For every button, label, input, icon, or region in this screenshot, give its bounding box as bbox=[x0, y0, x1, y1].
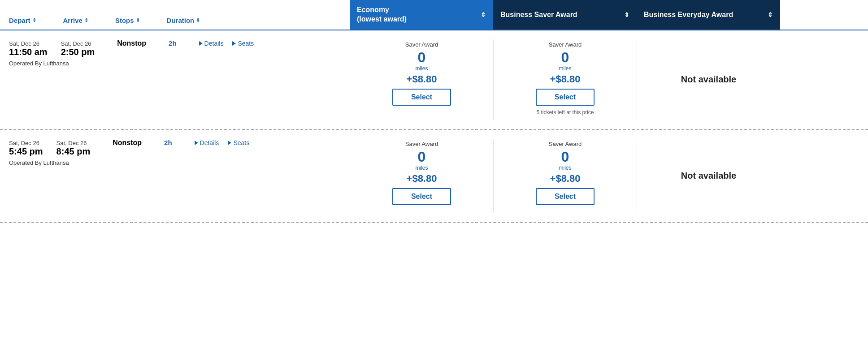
depart-sort-icon: ⇕ bbox=[32, 17, 36, 23]
business-saver-sort-icon[interactable]: ⇕ bbox=[624, 11, 629, 18]
flight-1-depart-date: Sat, Dec 26 bbox=[9, 40, 48, 47]
flight-1-duration: 2h bbox=[169, 39, 177, 47]
flight-1-info: Sat, Dec 26 11:50 am Sat, Dec 26 2:50 pm… bbox=[0, 39, 350, 67]
flight-2-business-saver-cell: Saver Award 0 miles +$8.80 Select bbox=[493, 139, 637, 213]
flight-2-economy-miles: 0 bbox=[418, 149, 426, 165]
flight-1-stops: Nonstop bbox=[117, 39, 146, 47]
flight-2-operated-by: Operated By Lufthansa bbox=[9, 159, 350, 166]
flight-1-bsaver-award-label: Saver Award bbox=[549, 41, 582, 48]
flights-container: Depart ⇕ Arrive ⇕ Stops ⇕ Duration ⇕ Eco… bbox=[0, 0, 868, 343]
flight-2-not-available-text: Not available bbox=[681, 171, 736, 181]
flight-2-economy-award-label: Saver Award bbox=[405, 141, 438, 147]
flight-2-details-arrow-icon bbox=[195, 141, 198, 145]
flight-1-arrive-date: Sat, Dec 26 bbox=[61, 40, 95, 47]
economy-sort-icon[interactable]: ⇕ bbox=[481, 11, 486, 18]
flight-2-award-cells: Saver Award 0 miles +$8.80 Select Saver … bbox=[350, 139, 868, 213]
business-everyday-label: Business Everyday Award bbox=[644, 11, 733, 19]
flight-1-details-link[interactable]: Details bbox=[199, 40, 224, 47]
depart-column-header[interactable]: Depart ⇕ bbox=[9, 17, 36, 26]
flight-2-business-saver-select-button[interactable]: Select bbox=[536, 188, 595, 205]
stops-column-header[interactable]: Stops ⇕ bbox=[115, 17, 140, 26]
flight-2-economy-cell: Saver Award 0 miles +$8.80 Select bbox=[350, 139, 493, 213]
flight-row-2: Sat, Dec 26 5:45 pm Sat, Dec 26 8:45 pm … bbox=[0, 130, 868, 223]
arrive-sort-icon: ⇕ bbox=[84, 17, 88, 23]
flight-2-bsaver-miles-label: miles bbox=[559, 165, 571, 171]
flight-1-economy-cell: Saver Award 0 miles +$8.80 Select bbox=[350, 39, 493, 120]
flight-2-bsaver-miles: 0 bbox=[561, 149, 569, 165]
flight-2-depart-date: Sat, Dec 26 bbox=[9, 140, 43, 146]
duration-column-header[interactable]: Duration ⇕ bbox=[167, 17, 200, 26]
flight-2-seats-arrow-icon bbox=[228, 141, 231, 145]
flight-1-seats-link[interactable]: Seats bbox=[232, 40, 254, 47]
details-arrow-icon bbox=[199, 41, 203, 46]
flight-1-times-row: Sat, Dec 26 11:50 am Sat, Dec 26 2:50 pm… bbox=[9, 39, 350, 57]
flight-1-business-saver-select-button[interactable]: Select bbox=[536, 89, 595, 106]
flight-1-business-saver-cell: Saver Award 0 miles +$8.80 Select 5 tick… bbox=[493, 39, 637, 120]
depart-label: Depart bbox=[9, 17, 30, 24]
flight-1-bsaver-price: +$8.80 bbox=[550, 73, 581, 85]
flight-2-arrive-date: Sat, Dec 26 bbox=[56, 140, 91, 146]
flight-1-award-cells: Saver Award 0 miles +$8.80 Select Saver … bbox=[350, 39, 868, 120]
flight-2-stops: Nonstop bbox=[113, 139, 142, 147]
flight-2-depart-time: 5:45 pm bbox=[9, 146, 43, 157]
flight-2-times-row: Sat, Dec 26 5:45 pm Sat, Dec 26 8:45 pm … bbox=[9, 139, 350, 157]
flight-1-arrive-time: 2:50 pm bbox=[61, 47, 95, 57]
flight-2-info: Sat, Dec 26 5:45 pm Sat, Dec 26 8:45 pm … bbox=[0, 139, 350, 166]
duration-sort-icon: ⇕ bbox=[196, 17, 200, 23]
economy-header-line1: Economy bbox=[357, 5, 407, 15]
flight-2-links: Details Seats bbox=[195, 139, 250, 146]
stops-label: Stops bbox=[115, 17, 134, 24]
flight-1-not-available-text: Not available bbox=[681, 74, 736, 85]
duration-label: Duration bbox=[167, 17, 195, 24]
flight-1-economy-price: +$8.80 bbox=[407, 73, 437, 85]
flight-1-tickets-left: 5 tickets left at this price bbox=[536, 109, 594, 116]
column-headers-left: Depart ⇕ Arrive ⇕ Stops ⇕ Duration ⇕ bbox=[0, 0, 350, 30]
business-everyday-column-header: Business Everyday Award ⇕ bbox=[637, 0, 780, 30]
flight-2-arrive-time: 8:45 pm bbox=[56, 146, 91, 157]
flight-2-bsaver-price: +$8.80 bbox=[550, 173, 581, 184]
stops-sort-icon: ⇕ bbox=[136, 17, 140, 23]
flight-1-depart-time: 11:50 am bbox=[9, 47, 48, 57]
flight-2-business-everyday-cell: Not available bbox=[637, 139, 780, 213]
business-saver-column-header: Business Saver Award ⇕ bbox=[493, 0, 637, 30]
flight-2-duration: 2h bbox=[164, 139, 172, 146]
seats-arrow-icon bbox=[232, 41, 236, 46]
header-row: Depart ⇕ Arrive ⇕ Stops ⇕ Duration ⇕ Eco… bbox=[0, 0, 868, 30]
flight-2-economy-price: +$8.80 bbox=[407, 173, 437, 184]
flight-2-arrive: Sat, Dec 26 8:45 pm bbox=[56, 140, 91, 157]
arrive-label: Arrive bbox=[63, 17, 82, 24]
business-everyday-sort-icon[interactable]: ⇕ bbox=[768, 11, 773, 18]
flight-1-arrive: Sat, Dec 26 2:50 pm bbox=[61, 40, 95, 57]
flight-2-details-link[interactable]: Details bbox=[195, 139, 219, 146]
flight-1-economy-miles: 0 bbox=[418, 50, 426, 65]
flight-2-seats-link[interactable]: Seats bbox=[228, 139, 249, 146]
flight-1-links: Details Seats bbox=[199, 40, 254, 47]
flight-1-economy-award-label: Saver Award bbox=[405, 41, 438, 48]
economy-column-header: Economy (lowest award) ⇕ bbox=[350, 0, 493, 30]
flight-2-bsaver-award-label: Saver Award bbox=[549, 141, 582, 147]
flight-1-bsaver-miles: 0 bbox=[561, 50, 569, 65]
flight-2-depart: Sat, Dec 26 5:45 pm bbox=[9, 140, 43, 157]
flight-1-bsaver-miles-label: miles bbox=[559, 65, 571, 72]
business-saver-label: Business Saver Award bbox=[500, 11, 577, 19]
flight-1-economy-select-button[interactable]: Select bbox=[392, 89, 451, 106]
economy-header-line2: (lowest award) bbox=[357, 15, 407, 24]
flight-1-operated-by: Operated By Lufthansa bbox=[9, 60, 350, 67]
flight-1-business-everyday-cell: Not available bbox=[637, 39, 780, 120]
arrive-column-header[interactable]: Arrive ⇕ bbox=[63, 17, 88, 26]
flight-1-economy-miles-label: miles bbox=[415, 65, 428, 72]
flight-2-economy-select-button[interactable]: Select bbox=[392, 188, 451, 205]
flight-row-1: Sat, Dec 26 11:50 am Sat, Dec 26 2:50 pm… bbox=[0, 30, 868, 130]
flight-1-depart: Sat, Dec 26 11:50 am bbox=[9, 40, 48, 57]
economy-header-text: Economy (lowest award) bbox=[357, 5, 407, 24]
flight-2-economy-miles-label: miles bbox=[415, 165, 428, 171]
